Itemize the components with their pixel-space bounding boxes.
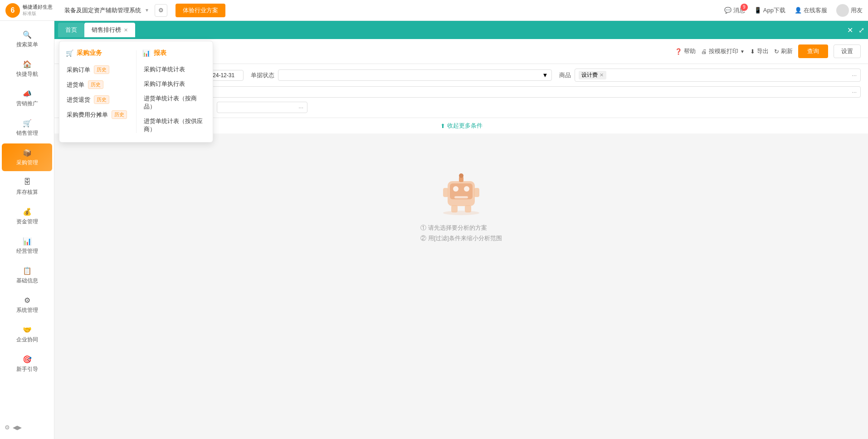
content-area: 首页 销售排行榜 ✕ ✕ ⤢ ❓ 帮助 🖨 按模板打印 — [54, 21, 868, 439]
goods-label: 商品 — [559, 71, 571, 79]
menu-item-goods-receipt-stats-supplier[interactable]: 进货单统计表（按供应商） — [142, 114, 208, 137]
purchase-dropdown-menu: 🛒 采购业务 采购订单 历史 进货单 历史 进货退货 历史 采购费用分摊单 — [59, 41, 213, 143]
empty-robot-svg — [434, 170, 488, 215]
purchase-section-title: 🛒 采购业务 — [65, 47, 131, 62]
svg-rect-10 — [451, 205, 458, 212]
menu-item-purchase-order-stats[interactable]: 采购订单统计表 — [142, 62, 208, 77]
tab-close-icon[interactable]: ✕ — [124, 27, 128, 33]
sidebar-item-cooperation[interactable]: 🤝 企业协同 — [2, 321, 52, 348]
sales-icon: 🛒 — [23, 118, 32, 128]
sidebar-item-operation[interactable]: 📊 经营管理 — [2, 232, 52, 260]
tab-sales-rank[interactable]: 销售排行榜 ✕ — [84, 23, 135, 37]
svg-rect-5 — [454, 196, 468, 198]
svg-point-4 — [464, 186, 469, 192]
help-icon: ❓ — [675, 48, 682, 55]
doc-status-select[interactable]: ▼ — [278, 69, 552, 81]
tab-bar: 首页 销售排行榜 ✕ ✕ ⤢ — [54, 21, 868, 39]
sidebar: 🔍 搜索菜单 🏠 快捷导航 📣 营销推广 🛒 销售管理 📦 采购管理 🗄 库存核… — [0, 21, 54, 439]
sidebar-label-purchase: 采购管理 — [16, 159, 38, 167]
goods-tag-close[interactable]: ✕ — [600, 72, 604, 78]
history-badge-3[interactable]: 历史 — [94, 95, 109, 104]
sidebar-label-system: 系统管理 — [16, 306, 38, 314]
history-badge-2[interactable]: 历史 — [88, 80, 103, 89]
refresh-action[interactable]: ↻ 刷新 — [774, 47, 793, 55]
dropdown-arrow-icon[interactable]: ▼ — [145, 8, 149, 13]
menu-item-goods-receipt-stats-goods[interactable]: 进货单统计表（按商品） — [142, 91, 208, 114]
customer-more-icon[interactable]: ··· — [298, 104, 303, 111]
purchase-section-label: 采购业务 — [77, 49, 102, 57]
goods-receipt-label: 进货单 — [67, 81, 84, 89]
export-action[interactable]: ⬇ 导出 — [750, 47, 769, 55]
settings-icon-btn[interactable]: ⚙ — [155, 4, 167, 17]
goods-select[interactable]: 设计费 ✕ ··· — [575, 69, 861, 82]
svg-point-7 — [459, 173, 463, 178]
sidebar-item-sales[interactable]: 🛒 销售管理 — [2, 114, 52, 142]
sidebar-bottom: ⚙ ◀▶ — [0, 419, 54, 435]
history-badge-1[interactable]: 历史 — [94, 65, 109, 74]
user-action[interactable]: 用友 — [836, 4, 863, 17]
empty-text-list: 请先选择要分析的方案 用[过滤]条件来缩小分析范围 — [420, 222, 502, 244]
maximize-icon[interactable]: ⤢ — [858, 26, 864, 35]
menu-item-goods-receipt[interactable]: 进货单 历史 — [65, 77, 131, 92]
sales-rank-tab-label: 销售排行榜 — [92, 26, 121, 34]
sidebar-label-search: 搜索菜单 — [16, 41, 38, 49]
finance-icon: 💰 — [23, 207, 32, 216]
report-section-title: 📊 报表 — [142, 47, 208, 62]
system-title-area: 装备及固定资产辅助管理系统 ▼ ⚙ 体验行业方案 — [64, 4, 225, 17]
notification-badge: 9 — [741, 4, 748, 11]
phone-icon: 📱 — [754, 7, 761, 14]
svg-rect-11 — [465, 205, 471, 212]
sidebar-label-inventory: 库存核算 — [16, 188, 38, 196]
purchase-icon: 📦 — [23, 148, 32, 157]
sidebar-item-finance[interactable]: 💰 资金管理 — [2, 202, 52, 230]
sidebar-label-quick-nav: 快捷导航 — [16, 70, 38, 78]
menu-item-purchase-expense[interactable]: 采购费用分摊单 历史 — [65, 107, 131, 122]
refresh-label: 刷新 — [781, 47, 793, 55]
help-action[interactable]: ❓ 帮助 — [675, 47, 696, 55]
home-tab-label: 首页 — [65, 26, 77, 34]
settings-button[interactable]: 设置 — [834, 44, 861, 58]
sidebar-item-purchase[interactable]: 📦 采购管理 — [2, 143, 52, 171]
salesperson-more-icon[interactable]: ··· — [852, 89, 857, 95]
purchase-expense-label: 采购费用分摊单 — [67, 111, 108, 119]
sidebar-item-inventory[interactable]: 🗄 库存核算 — [2, 173, 52, 201]
customer-select[interactable]: ··· — [217, 102, 307, 113]
menu-item-goods-return[interactable]: 进货退货 历史 — [65, 92, 131, 107]
sidebar-item-system[interactable]: ⚙ 系统管理 — [2, 291, 52, 319]
svg-point-3 — [453, 186, 458, 192]
sidebar-item-search[interactable]: 🔍 搜索菜单 — [2, 25, 52, 53]
sidebar-item-guide[interactable]: 🎯 新手引导 — [2, 350, 52, 378]
service-icon: 👤 — [795, 7, 802, 14]
close-window-icon[interactable]: ✕ — [847, 26, 853, 35]
tab-home[interactable]: 首页 — [58, 23, 84, 37]
menu-item-purchase-order[interactable]: 采购订单 历史 — [65, 62, 131, 77]
goods-tag: 设计费 ✕ — [579, 71, 606, 79]
print-action[interactable]: 🖨 按模板打印 ▼ — [701, 47, 745, 55]
empty-hint-1: 请先选择要分析的方案 — [420, 222, 502, 233]
marketing-icon: 📣 — [23, 89, 32, 98]
industry-btn[interactable]: 体验行业方案 — [176, 4, 225, 17]
purchase-order-exec-label: 采购订单执行表 — [144, 80, 185, 88]
salesperson-select[interactable]: ··· — [190, 86, 861, 98]
app-download-action[interactable]: 📱 App下载 — [754, 6, 785, 15]
empty-hint-2: 用[过滤]条件来缩小分析范围 — [420, 233, 502, 243]
salesperson-filter: 业务员 ··· — [169, 86, 861, 98]
purchase-order-label: 采购订单 — [67, 66, 90, 74]
menu-item-purchase-order-exec[interactable]: 采购订单执行表 — [142, 77, 208, 91]
goods-more-icon[interactable]: ··· — [852, 72, 857, 79]
query-button[interactable]: 查询 — [798, 44, 828, 58]
message-icon: 💬 — [724, 7, 731, 14]
export-label: 导出 — [757, 47, 769, 55]
message-action[interactable]: 💬 消息 9 — [724, 6, 745, 15]
sidebar-item-quick-nav[interactable]: 🏠 快捷导航 — [2, 55, 52, 83]
collapse-up-icon: ⬆ — [440, 123, 445, 129]
online-service-action[interactable]: 👤 在线客服 — [795, 6, 827, 15]
sidebar-collapse-btn[interactable]: ◀▶ — [13, 424, 22, 431]
report-menu-section: 📊 报表 采购订单统计表 采购订单执行表 进货单统计表（按商品） 进货单统计表（… — [137, 47, 213, 137]
inventory-icon: 🗄 — [23, 178, 32, 187]
history-badge-4[interactable]: 历史 — [112, 110, 127, 119]
sidebar-settings-btn[interactable]: ⚙ — [5, 424, 10, 431]
sidebar-item-basic-info[interactable]: 📋 基础信息 — [2, 261, 52, 289]
sidebar-item-marketing[interactable]: 📣 营销推广 — [2, 84, 52, 112]
svg-rect-8 — [443, 188, 449, 197]
